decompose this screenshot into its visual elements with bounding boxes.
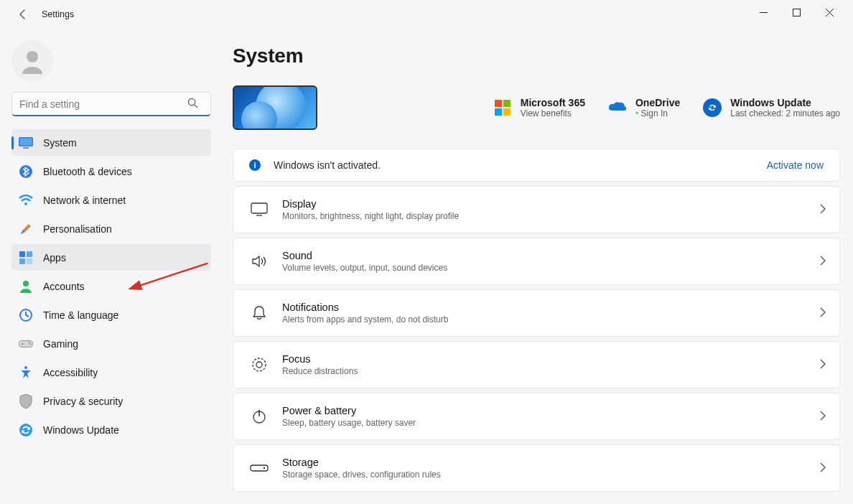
svg-point-27 xyxy=(256,362,262,368)
status-sub: Sign In xyxy=(635,108,680,118)
sidebar-item-network[interactable]: Network & internet xyxy=(11,187,211,213)
status-sub: Last checked: 2 minutes ago xyxy=(730,108,840,118)
svg-rect-12 xyxy=(19,258,25,264)
setting-title: Notifications xyxy=(282,302,448,313)
svg-point-8 xyxy=(19,165,32,178)
svg-point-22 xyxy=(24,366,27,369)
setting-title: Power & battery xyxy=(282,405,416,416)
sidebar: System Bluetooth & devices Network & int… xyxy=(0,29,223,504)
activation-message: Windows isn't activated. xyxy=(274,159,381,171)
svg-point-3 xyxy=(188,98,195,105)
svg-point-26 xyxy=(253,358,266,371)
sidebar-item-label: Gaming xyxy=(43,338,78,350)
minimize-icon xyxy=(760,9,768,17)
sidebar-item-system[interactable]: System xyxy=(11,129,211,156)
power-icon xyxy=(246,403,272,429)
window-controls xyxy=(747,5,846,24)
setting-notifications[interactable]: Notifications Alerts from apps and syste… xyxy=(233,289,840,337)
setting-sound[interactable]: Sound Volume levels, output, input, soun… xyxy=(233,238,840,285)
back-button[interactable] xyxy=(13,4,33,24)
avatar xyxy=(11,40,53,82)
sidebar-item-personalisation[interactable]: Personalisation xyxy=(11,215,211,242)
svg-point-2 xyxy=(27,51,38,62)
sidebar-item-windows-update[interactable]: Windows Update xyxy=(11,416,211,443)
hero-row: Microsoft 365 View benefits OneDrive Sig… xyxy=(233,85,840,130)
microsoft365-icon xyxy=(493,98,512,117)
status-title: Microsoft 365 xyxy=(521,97,585,108)
setting-storage[interactable]: Storage Storage space, drives, configura… xyxy=(233,444,840,492)
sidebar-item-label: Accounts xyxy=(43,281,85,292)
sound-icon xyxy=(246,248,272,274)
sidebar-item-accessibility[interactable]: Accessibility xyxy=(11,359,211,386)
info-icon: i xyxy=(249,159,261,171)
sync-icon xyxy=(19,423,33,437)
sidebar-item-gaming[interactable]: Gaming xyxy=(11,330,211,357)
settings-list: Display Monitors, brightness, night ligh… xyxy=(233,186,840,492)
sidebar-item-label: Network & internet xyxy=(43,195,126,206)
user-icon xyxy=(18,47,47,75)
setting-title: Display xyxy=(282,198,459,210)
status-title: Windows Update xyxy=(730,97,840,108)
activate-now-link[interactable]: Activate now xyxy=(767,159,824,171)
sidebar-item-label: Bluetooth & devices xyxy=(43,166,132,177)
account-row[interactable] xyxy=(11,40,214,82)
sync-icon xyxy=(703,98,722,117)
page-title: System xyxy=(233,45,840,67)
storage-icon xyxy=(246,455,272,481)
svg-rect-24 xyxy=(251,203,267,213)
svg-rect-11 xyxy=(27,251,32,257)
search-icon xyxy=(187,98,198,111)
status-onedrive[interactable]: OneDrive Sign In xyxy=(608,97,680,118)
setting-title: Sound xyxy=(282,250,447,261)
svg-rect-30 xyxy=(251,465,268,471)
maximize-icon xyxy=(793,9,801,17)
sidebar-item-label: Time & language xyxy=(43,309,118,321)
focus-icon xyxy=(246,352,272,378)
sidebar-item-label: Accessibility xyxy=(43,367,98,378)
gamepad-icon xyxy=(19,337,33,351)
sidebar-item-apps[interactable]: Apps xyxy=(11,244,211,271)
shield-icon xyxy=(19,394,33,409)
minimize-button[interactable] xyxy=(747,1,780,24)
maximize-button[interactable] xyxy=(780,1,813,24)
sidebar-item-accounts[interactable]: Accounts xyxy=(11,273,211,299)
sidebar-item-bluetooth[interactable]: Bluetooth & devices xyxy=(11,158,211,185)
setting-focus[interactable]: Focus Reduce distractions xyxy=(233,341,840,388)
bell-icon xyxy=(246,300,272,326)
setting-sub: Volume levels, output, input, sound devi… xyxy=(282,263,447,273)
setting-sub: Alerts from apps and system, do not dist… xyxy=(282,314,448,325)
svg-rect-10 xyxy=(19,251,25,257)
search-input[interactable] xyxy=(11,92,211,116)
status-title: OneDrive xyxy=(635,97,680,108)
paintbrush-icon xyxy=(19,222,33,236)
setting-title: Storage xyxy=(282,457,441,468)
close-button[interactable] xyxy=(813,1,846,24)
display-icon xyxy=(246,197,272,223)
svg-rect-13 xyxy=(27,258,32,264)
svg-line-17 xyxy=(26,315,29,317)
clock-globe-icon xyxy=(19,308,33,322)
status-microsoft365[interactable]: Microsoft 365 View benefits xyxy=(493,97,585,118)
onedrive-icon xyxy=(608,98,627,117)
monitor-icon xyxy=(19,136,33,150)
setting-display[interactable]: Display Monitors, brightness, night ligh… xyxy=(233,186,840,233)
svg-rect-6 xyxy=(20,138,32,145)
svg-point-9 xyxy=(24,202,27,205)
chevron-right-icon xyxy=(819,256,826,268)
setting-power-battery[interactable]: Power & battery Sleep, battery usage, ba… xyxy=(233,393,840,440)
setting-title: Focus xyxy=(282,353,358,365)
desktop-preview[interactable] xyxy=(233,85,317,130)
apps-icon xyxy=(19,251,33,265)
arrow-left-icon xyxy=(17,9,29,20)
status-windows-update[interactable]: Windows Update Last checked: 2 minutes a… xyxy=(703,97,840,118)
setting-sub: Sleep, battery usage, battery saver xyxy=(282,418,416,428)
sidebar-item-time-language[interactable]: Time & language xyxy=(11,302,211,328)
setting-sub: Monitors, brightness, night light, displ… xyxy=(282,211,459,221)
chevron-right-icon xyxy=(819,359,826,371)
bluetooth-icon xyxy=(19,164,33,179)
activation-banner: i Windows isn't activated. Activate now xyxy=(233,149,840,182)
sidebar-item-privacy[interactable]: Privacy & security xyxy=(11,388,211,414)
svg-rect-7 xyxy=(23,147,29,149)
close-icon xyxy=(826,9,834,17)
sidebar-item-label: Windows Update xyxy=(43,424,119,436)
